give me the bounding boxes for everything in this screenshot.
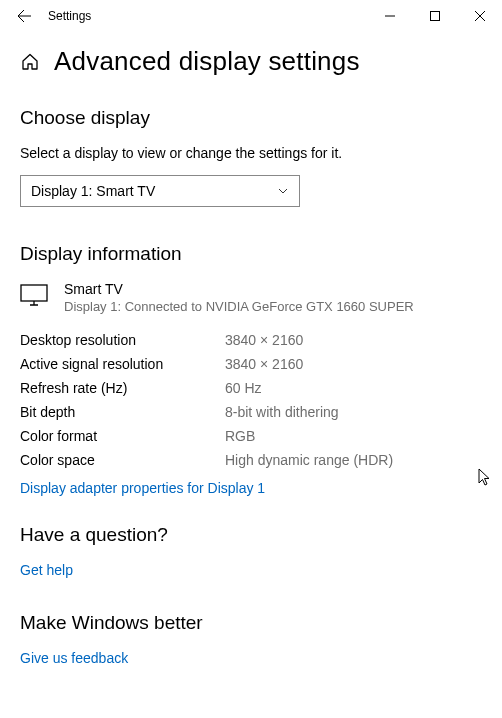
svg-rect-0 [430, 12, 439, 21]
minimize-button[interactable] [367, 0, 412, 32]
minimize-icon [385, 11, 395, 21]
property-value: RGB [225, 428, 255, 444]
adapter-properties-link[interactable]: Display adapter properties for Display 1 [20, 480, 265, 496]
svg-rect-1 [21, 285, 47, 301]
choose-display-description: Select a display to view or change the s… [20, 145, 482, 161]
property-value: High dynamic range (HDR) [225, 452, 393, 468]
property-value: 60 Hz [225, 380, 262, 396]
home-icon[interactable] [20, 52, 40, 72]
maximize-button[interactable] [412, 0, 457, 32]
have-question-heading: Have a question? [20, 524, 482, 546]
display-name: Smart TV [64, 281, 414, 297]
make-windows-better-heading: Make Windows better [20, 612, 482, 634]
chevron-down-icon [277, 185, 289, 197]
give-feedback-link[interactable]: Give us feedback [20, 650, 128, 666]
property-value: 8-bit with dithering [225, 404, 339, 420]
get-help-link[interactable]: Get help [20, 562, 73, 578]
close-button[interactable] [457, 0, 502, 32]
arrow-left-icon [16, 8, 32, 24]
property-row: Refresh rate (Hz)60 Hz [20, 376, 482, 400]
property-label: Refresh rate (Hz) [20, 380, 225, 396]
page-title: Advanced display settings [54, 46, 360, 77]
close-icon [475, 11, 485, 21]
property-row: Color formatRGB [20, 424, 482, 448]
property-row: Desktop resolution3840 × 2160 [20, 328, 482, 352]
display-select-value: Display 1: Smart TV [31, 183, 155, 199]
property-label: Bit depth [20, 404, 225, 420]
monitor-icon [20, 283, 48, 314]
property-row: Color spaceHigh dynamic range (HDR) [20, 448, 482, 472]
property-label: Color space [20, 452, 225, 468]
display-select-dropdown[interactable]: Display 1: Smart TV [20, 175, 300, 207]
property-label: Active signal resolution [20, 356, 225, 372]
property-value: 3840 × 2160 [225, 356, 303, 372]
window-title: Settings [44, 9, 367, 23]
property-row: Bit depth8-bit with dithering [20, 400, 482, 424]
property-label: Color format [20, 428, 225, 444]
property-label: Desktop resolution [20, 332, 225, 348]
choose-display-heading: Choose display [20, 107, 482, 129]
property-row: Active signal resolution3840 × 2160 [20, 352, 482, 376]
display-connection: Display 1: Connected to NVIDIA GeForce G… [64, 299, 414, 314]
back-button[interactable] [4, 0, 44, 32]
property-value: 3840 × 2160 [225, 332, 303, 348]
maximize-icon [430, 11, 440, 21]
display-information-heading: Display information [20, 243, 482, 265]
